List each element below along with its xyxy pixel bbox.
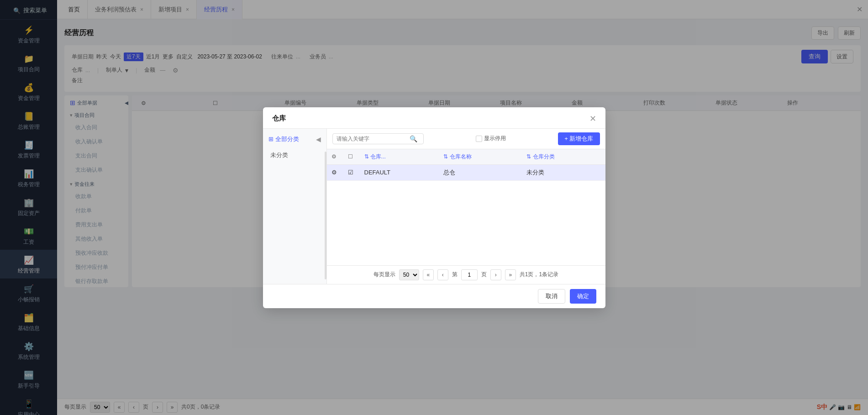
per-page-label: 每页显示 <box>374 271 395 278</box>
sort-icon2: ⇅ <box>443 153 448 160</box>
modal-overlay: 仓库 ✕ ⊞ 全部分类 ◀ 未分类 <box>0 0 868 415</box>
show-disabled-wrapper: 显示停用 <box>476 135 506 142</box>
modal-toolbar: 🔍 显示停用 + 新增仓库 <box>327 129 605 149</box>
row-gear[interactable]: ⚙ <box>327 164 343 180</box>
show-disabled-label: 显示停用 <box>484 135 506 142</box>
warehouse-modal: 仓库 ✕ ⊞ 全部分类 ◀ 未分类 <box>263 107 605 308</box>
page-number-input[interactable] <box>461 269 478 280</box>
uncategorized-label: 未分类 <box>270 152 288 158</box>
modal-data-table: ⚙ ☐ ⇅ 仓库... ⇅ 仓库名称 <box>327 149 605 265</box>
modal-footer: 取消 确定 <box>263 284 605 308</box>
next-page-btn[interactable]: › <box>490 269 501 280</box>
th-check[interactable]: ☐ <box>343 149 360 165</box>
modal-pagination: 每页显示 50 « ‹ 第 页 › » 共1页，1条记录 <box>327 265 605 284</box>
confirm-button[interactable]: 确定 <box>570 289 596 304</box>
left-panel-collapse-btn[interactable]: ◀ <box>316 136 321 143</box>
search-icon: 🔍 <box>410 135 417 142</box>
page-prefix: 第 <box>452 271 458 278</box>
sort-icon3: ⇅ <box>526 153 531 160</box>
th-code[interactable]: ⇅ 仓库... <box>360 149 439 165</box>
page-label: 页 <box>481 271 487 278</box>
table-body: ⚙ ☑ DEFAULT 总仓 未分类 <box>327 164 605 180</box>
modal-title: 仓库 <box>272 114 286 123</box>
modal-left-panel: ⊞ 全部分类 ◀ 未分类 <box>263 129 327 284</box>
modal-right-panel: 🔍 显示停用 + 新增仓库 ⚙ ☐ <box>327 129 605 284</box>
row-checkbox[interactable]: ☑ <box>343 164 360 180</box>
last-page-btn[interactable]: » <box>505 269 516 280</box>
first-page-btn[interactable]: « <box>423 269 434 280</box>
table-row[interactable]: ⚙ ☑ DEFAULT 总仓 未分类 <box>327 164 605 180</box>
show-disabled-checkbox[interactable] <box>476 136 482 142</box>
modal-left-header: ⊞ 全部分类 ◀ <box>263 132 326 148</box>
warehouse-table: ⚙ ☐ ⇅ 仓库... ⇅ 仓库名称 <box>327 149 605 181</box>
th-category[interactable]: ⇅ 仓库分类 <box>522 149 605 165</box>
modal-body: ⊞ 全部分类 ◀ 未分类 🔍 <box>263 129 605 284</box>
left-panel-uncategorized[interactable]: 未分类 <box>263 148 326 163</box>
per-page-select[interactable]: 50 <box>399 269 419 280</box>
table-head: ⚙ ☐ ⇅ 仓库... ⇅ 仓库名称 <box>327 149 605 165</box>
sort-icon: ⇅ <box>364 153 369 160</box>
total-text: 共1页，1条记录 <box>520 271 558 278</box>
all-categories-label[interactable]: 全部分类 <box>275 135 316 143</box>
table-head-row: ⚙ ☐ ⇅ 仓库... ⇅ 仓库名称 <box>327 149 605 165</box>
modal-close-button[interactable]: ✕ <box>589 114 596 124</box>
row-category: 未分类 <box>522 164 605 180</box>
grid-icon: ⊞ <box>268 136 274 142</box>
left-panel-scrollbar[interactable] <box>325 152 326 279</box>
search-input[interactable] <box>337 136 410 142</box>
prev-page-btn[interactable]: ‹ <box>437 269 448 280</box>
search-wrapper: 🔍 <box>332 133 424 144</box>
row-code: DEFAULT <box>360 164 439 180</box>
modal-header: 仓库 ✕ <box>263 107 605 129</box>
th-gear[interactable]: ⚙ <box>327 149 343 165</box>
row-name: 总仓 <box>439 164 522 180</box>
th-name[interactable]: ⇅ 仓库名称 <box>439 149 522 165</box>
add-warehouse-button[interactable]: + 新增仓库 <box>558 132 600 145</box>
cancel-button[interactable]: 取消 <box>538 289 565 304</box>
